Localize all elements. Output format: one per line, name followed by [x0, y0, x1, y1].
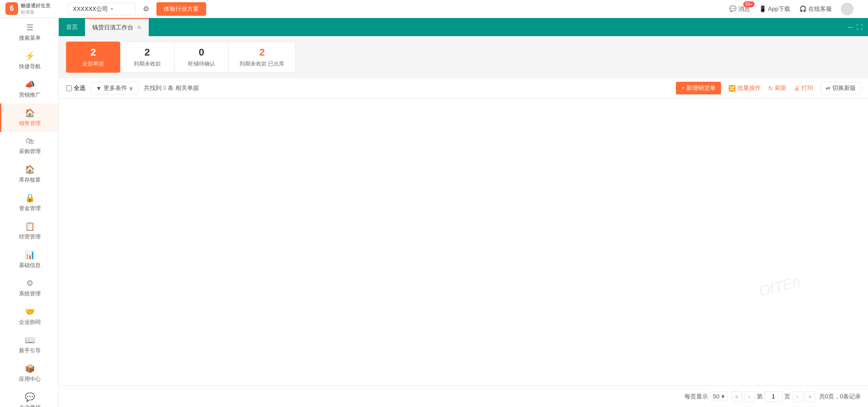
toolbar: 全选 ▼ 更多条件 ∨ 共找到 0 条 相关单据 + 新增销货单 🔀 批量操作: [59, 78, 868, 98]
top-header: 6 畅捷通好生意 标准版 XXXXXX公司 ▾ ⚙ 体验行业方案 💬 消息 99…: [0, 0, 868, 18]
online-service-button[interactable]: 🎧 在线客服: [799, 5, 832, 13]
found-count: 0: [163, 84, 166, 91]
maximize-icon[interactable]: ⛶: [856, 23, 863, 31]
app-download-icon: 📱: [759, 5, 766, 12]
found-text: 共找到 0 条 相关单据: [144, 84, 199, 92]
sidebar-label-quick-nav: 快捷导航: [19, 63, 41, 70]
page-size-select-box[interactable]: 50 ▾: [710, 392, 727, 401]
sidebar-item-enterprise[interactable]: 🤝 企业协同: [0, 302, 58, 331]
sidebar-item-app-center[interactable]: 📦 应用中心: [0, 359, 58, 388]
switch-version-button[interactable]: ⇌ 切换新版: [821, 82, 861, 94]
refresh-button[interactable]: ↻ 刷新: [768, 84, 787, 92]
sidebar-item-sales[interactable]: 🏠 销售管理: [0, 103, 58, 132]
filter-icon: ▼: [96, 85, 102, 92]
sidebar-item-marketing[interactable]: 📣 营销推广: [0, 75, 58, 103]
tab-home[interactable]: 首页: [59, 18, 85, 36]
prev-page-button[interactable]: ‹: [744, 391, 755, 402]
avatar[interactable]: [841, 3, 854, 15]
sidebar-item-wechat[interactable]: 💬 企业微信: [0, 388, 58, 407]
message-badge: 99+: [743, 1, 755, 7]
sidebar-item-search[interactable]: ☰ 搜索菜单: [0, 18, 58, 47]
sidebar-item-purchase[interactable]: 🛍 采购管理: [0, 132, 58, 160]
sidebar-label-inventory: 库存核算: [19, 176, 41, 184]
stat-number-all: 2: [77, 47, 109, 58]
add-sale-button[interactable]: + 新增销货单: [676, 82, 721, 94]
stat-label-shipped: 到期未收款 已出库: [240, 60, 284, 68]
last-page-button[interactable]: »: [805, 391, 816, 402]
filter-chevron-icon: ∨: [129, 85, 133, 92]
switch-icon: ⇌: [826, 85, 830, 92]
stat-number-shipped: 2: [240, 47, 284, 58]
purchase-icon: 🛍: [26, 136, 34, 146]
sidebar-label-wechat: 企业微信: [19, 404, 41, 407]
finance-icon: 🔒: [25, 193, 35, 203]
sidebar-item-base-info[interactable]: 📊 基础信息: [0, 245, 58, 274]
sidebar-label-search: 搜索菜单: [19, 34, 41, 42]
stat-number-overdue: 2: [131, 47, 163, 58]
minimize-icon[interactable]: ─: [848, 23, 853, 31]
sidebar-item-guide[interactable]: 📖 新手引导: [0, 331, 58, 359]
print-label: 打印: [802, 84, 813, 92]
trial-button[interactable]: 体验行业方案: [156, 2, 206, 16]
sidebar-item-finance[interactable]: 🔒 资金管理: [0, 188, 58, 217]
page-size-selector: 每页显示 50 ▾: [684, 392, 727, 401]
sidebar-item-quick-nav[interactable]: ⚡ 快捷导航: [0, 47, 58, 75]
stat-card-shipped[interactable]: 2 到期未收款 已出库: [229, 42, 296, 73]
quick-nav-icon: ⚡: [25, 51, 35, 61]
app-download-button[interactable]: 📱 App下载: [759, 5, 790, 13]
page-total: 共0页，0条记录: [819, 393, 861, 401]
logo-text: 畅捷通好生意: [21, 2, 51, 9]
page-number-input[interactable]: [764, 391, 783, 402]
guide-icon: 📖: [25, 335, 35, 345]
gear-button[interactable]: ⚙: [139, 2, 153, 16]
stat-card-all[interactable]: 2 全部单据: [66, 42, 120, 73]
table-area: OfTEn: [59, 98, 868, 385]
stat-label-overdue: 到期未收款: [131, 60, 163, 68]
logo-sub: 标准版: [21, 9, 51, 15]
company-selector[interactable]: XXXXXX公司 ▾: [68, 3, 136, 15]
message-icon: 💬: [729, 5, 736, 12]
company-name: XXXXXX公司: [73, 5, 108, 13]
main-content: 首页 钱货日清工作台 ✕ ─ ⛶ 2 全部单据 2 到期未收款: [59, 18, 868, 407]
select-all-label: 全选: [74, 84, 85, 92]
batch-button[interactable]: 🔀 批量操作: [728, 84, 761, 92]
sidebar-label-app-center: 应用中心: [19, 375, 41, 383]
refresh-label: 刷新: [775, 84, 787, 92]
sidebar-label-operations: 经营管理: [19, 233, 41, 241]
logo-area: 6 畅捷通好生意 标准版: [5, 2, 64, 15]
page-size-value: 50: [713, 393, 719, 400]
sidebar-item-operations[interactable]: 📋 经营管理: [0, 217, 58, 245]
first-page-button[interactable]: «: [731, 391, 742, 402]
page-size-label: 每页显示: [684, 393, 708, 401]
marketing-icon: 📣: [25, 80, 35, 89]
wechat-icon: 💬: [25, 392, 35, 402]
page-navigation: « ‹ 第 页 › »: [731, 391, 816, 402]
print-button[interactable]: 🖨 打印: [794, 84, 813, 92]
base-info-icon: 📊: [25, 250, 35, 260]
stat-label-pending: 旺铺待确认: [185, 60, 217, 68]
message-button[interactable]: 💬 消息 99+: [729, 5, 750, 13]
stat-card-overdue[interactable]: 2 到期未收款: [120, 42, 175, 73]
batch-label: 批量操作: [737, 84, 761, 92]
next-page-button[interactable]: ›: [792, 391, 803, 402]
active-tab-label: 钱货日清工作台: [92, 23, 133, 32]
watermark: OfTEn: [757, 273, 802, 300]
app-download-label: App下载: [768, 5, 790, 13]
sidebar-label-base-info: 基础信息: [19, 262, 41, 269]
select-all-input[interactable]: [66, 85, 72, 91]
layout: ☰ 搜索菜单 ⚡ 快捷导航 📣 营销推广 🏠 销售管理 🛍 采购管理 🏠 库存核…: [0, 18, 868, 407]
batch-icon: 🔀: [728, 85, 736, 92]
stat-number-pending: 0: [185, 47, 217, 58]
filter-button[interactable]: ▼ 更多条件 ∨: [91, 82, 138, 94]
sidebar-item-inventory[interactable]: 🏠 库存核算: [0, 160, 58, 188]
tab-close-button[interactable]: ✕: [137, 24, 142, 31]
switch-label: 切换新版: [832, 84, 856, 92]
tab-bar: 首页 钱货日清工作台 ✕ ─ ⛶: [59, 18, 868, 36]
sidebar-label-sales: 销售管理: [19, 120, 41, 127]
sidebar-item-system[interactable]: ⚙ 系统管理: [0, 274, 58, 302]
stat-card-pending[interactable]: 0 旺铺待确认: [175, 42, 229, 73]
tab-active[interactable]: 钱货日清工作台 ✕: [85, 18, 149, 36]
sidebar-label-enterprise: 企业协同: [19, 318, 41, 326]
select-all-checkbox[interactable]: 全选: [66, 84, 85, 92]
header-right: 💬 消息 99+ 📱 App下载 🎧 在线客服: [729, 3, 863, 15]
